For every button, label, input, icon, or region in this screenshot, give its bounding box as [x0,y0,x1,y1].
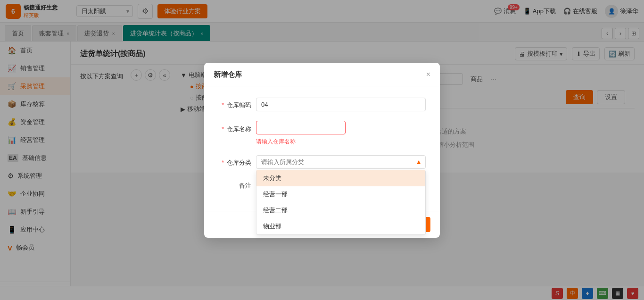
category-label: * 仓库分类 [218,158,251,167]
modal-close-btn[interactable]: × [426,70,430,79]
code-label: * 仓库编码 [218,101,251,109]
modal-new-warehouse: 新增仓库 × * 仓库编码 * 仓库名称 [204,63,440,238]
modal-header: 新增仓库 × [204,63,440,86]
modal-overlay: 新增仓库 × * 仓库编码 * 仓库名称 [0,0,644,300]
name-input[interactable] [256,121,346,134]
required-star-category: * [222,159,224,166]
modal-title: 新增仓库 [214,70,242,79]
form-row-name: * 仓库名称 请输入仓库名称 [218,121,426,146]
dropdown-item-0[interactable]: 未分类 [256,170,425,186]
required-star-code: * [222,101,224,108]
category-wrap: ▲ 未分类 经营一部 经营二部 物业部 [256,155,426,169]
modal-body: * 仓库编码 * 仓库名称 请输入仓库名称 [204,86,440,211]
required-star-name: * [222,125,224,133]
form-row-code: * 仓库编码 [218,98,426,111]
code-input[interactable] [256,98,426,111]
form-row-category: * 仓库分类 ▲ 未分类 经营一部 经营二部 物业部 [218,155,426,169]
name-error-msg: 请输入仓库名称 [256,138,296,146]
category-dropdown: 未分类 经营一部 经营二部 物业部 [256,170,426,235]
dropdown-item-2[interactable]: 经营二部 [256,202,425,218]
category-input[interactable] [256,155,426,169]
dropdown-item-3[interactable]: 物业部 [256,218,425,234]
remark-label: 备注 [218,182,251,190]
category-arrow-icon[interactable]: ▲ [415,158,422,166]
dropdown-item-1[interactable]: 经营一部 [256,186,425,202]
name-label: * 仓库名称 [218,125,251,133]
